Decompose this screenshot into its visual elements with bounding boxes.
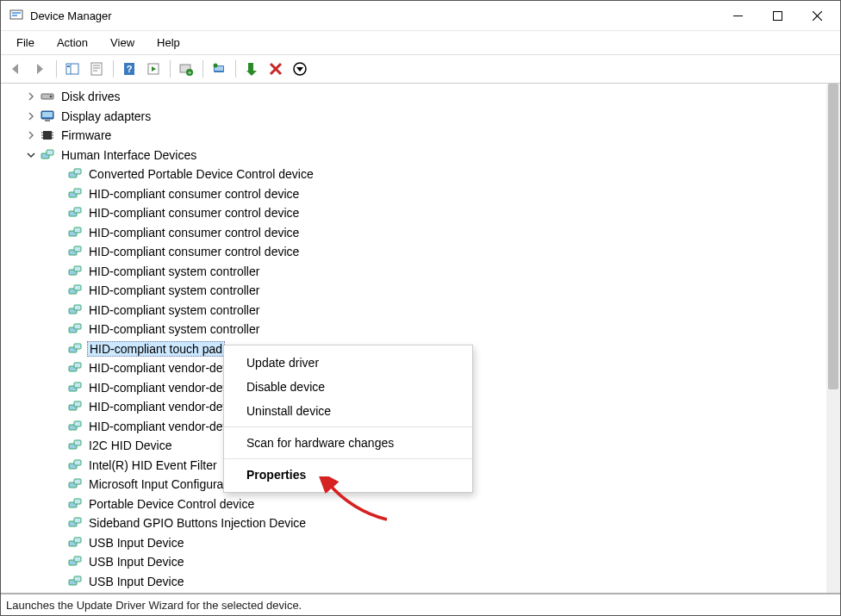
device-label: HID-compliant system controller — [87, 283, 261, 297]
expand-icon[interactable] — [25, 110, 37, 122]
device-item[interactable]: HID-compliant system controller — [6, 262, 826, 282]
category-label: Human Interface Devices — [59, 148, 198, 162]
properties-toolbar-button[interactable] — [85, 58, 108, 80]
hid-icon — [68, 167, 82, 181]
update-driver-button[interactable]: + — [175, 58, 197, 80]
enable-button[interactable] — [240, 58, 263, 80]
svg-rect-42 — [74, 169, 81, 174]
device-item[interactable]: USB Input Device — [6, 552, 826, 572]
context-menu: Update driver Disable device Uninstall d… — [223, 345, 473, 493]
back-button[interactable] — [4, 58, 27, 80]
ctx-uninstall-device[interactable]: Uninstall device — [224, 399, 472, 423]
menu-file[interactable]: File — [6, 34, 45, 52]
hid-icon — [68, 342, 82, 356]
ctx-separator — [224, 458, 472, 459]
device-item[interactable]: USB Input Device — [6, 572, 826, 592]
ctx-disable-device[interactable]: Disable device — [224, 375, 472, 399]
category-disk-drives[interactable]: Disk drives — [6, 87, 826, 107]
help-button[interactable]: ? — [118, 58, 140, 80]
device-label: HID-compliant system controller — [87, 303, 261, 317]
menu-action[interactable]: Action — [47, 34, 98, 52]
device-item[interactable]: HID-compliant system controller — [6, 301, 826, 320]
device-item[interactable]: HID-compliant consumer control device — [6, 223, 826, 243]
collapse-icon[interactable] — [25, 149, 37, 161]
hid-icon — [68, 187, 82, 201]
hid-icon — [68, 322, 82, 336]
device-label: Sideband GPIO Buttons Injection Device — [87, 516, 308, 530]
device-tree-container: Disk drives Display adapters Firmware Hu… — [1, 84, 840, 593]
vertical-scrollbar[interactable] — [826, 84, 840, 593]
show-hide-tree-button[interactable] — [61, 58, 84, 80]
svg-rect-4 — [773, 11, 782, 20]
menubar: File Action View Help — [1, 30, 840, 54]
svg-rect-10 — [91, 63, 102, 75]
ctx-update-driver[interactable]: Update driver — [224, 351, 472, 375]
device-label: HID-compliant consumer control device — [87, 245, 301, 258]
app-icon — [9, 9, 23, 22]
scan-button[interactable] — [208, 58, 230, 80]
category-firmware[interactable]: Firmware — [6, 126, 826, 146]
display-icon — [40, 109, 54, 123]
device-label: Intel(R) HID Event Filter — [87, 458, 219, 472]
svg-rect-48 — [74, 227, 81, 233]
toolbar-separator — [53, 59, 59, 79]
device-item[interactable]: HID-compliant consumer control device — [6, 203, 826, 223]
expand-icon[interactable] — [25, 90, 37, 103]
ctx-properties[interactable]: Properties — [224, 463, 472, 487]
hid-icon — [68, 283, 82, 297]
svg-rect-50 — [74, 246, 81, 252]
scrollbar-thumb[interactable] — [828, 84, 838, 389]
svg-rect-64 — [74, 383, 81, 388]
disable-button[interactable] — [289, 58, 311, 80]
svg-rect-60 — [74, 344, 81, 349]
expand-icon[interactable] — [25, 129, 37, 141]
svg-rect-74 — [74, 479, 81, 484]
svg-rect-9 — [67, 65, 70, 67]
device-item[interactable]: HID-compliant system controller — [6, 281, 826, 301]
hid-icon — [68, 381, 82, 395]
device-label: USB Input Device — [87, 555, 186, 569]
device-item[interactable]: Portable Device Control device — [6, 495, 826, 514]
svg-rect-1 — [12, 12, 21, 14]
action-button[interactable] — [142, 58, 165, 80]
uninstall-button[interactable] — [265, 58, 287, 80]
svg-rect-46 — [74, 208, 81, 213]
category-label: Firmware — [59, 128, 113, 142]
device-item[interactable]: HID-compliant consumer control device — [6, 184, 826, 204]
toolbar-separator — [233, 59, 238, 79]
hid-icon — [68, 536, 82, 550]
svg-text:+: + — [188, 69, 192, 77]
hid-icon — [68, 555, 82, 569]
svg-rect-31 — [45, 120, 50, 121]
hid-icon — [68, 226, 82, 240]
forward-button[interactable] — [28, 58, 51, 80]
maximize-button[interactable] — [757, 2, 797, 29]
device-item[interactable]: HID-compliant system controller — [6, 320, 826, 339]
category-label: Disk drives — [59, 90, 121, 103]
category-hid[interactable]: Human Interface Devices — [6, 146, 826, 165]
svg-rect-80 — [74, 538, 81, 543]
minimize-button[interactable] — [718, 2, 757, 29]
svg-rect-2 — [12, 15, 17, 16]
close-button[interactable] — [797, 2, 837, 29]
device-tree[interactable]: Disk drives Display adapters Firmware Hu… — [1, 84, 826, 593]
ctx-scan-hardware[interactable]: Scan for hardware changes — [224, 431, 472, 455]
device-label: HID-compliant touch pad — [87, 341, 225, 357]
device-item[interactable]: Converted Portable Device Control device — [6, 165, 826, 184]
svg-rect-30 — [42, 112, 53, 117]
hid-icon — [68, 420, 82, 433]
window-title: Device Manager — [30, 9, 112, 22]
device-label: HID-compliant system controller — [87, 264, 261, 278]
hid-icon — [68, 516, 82, 530]
device-item[interactable]: HID-compliant consumer control device — [6, 242, 826, 262]
svg-rect-54 — [74, 285, 81, 290]
device-label: HID-compliant system controller — [87, 322, 261, 336]
category-display-adapters[interactable]: Display adapters — [6, 107, 826, 127]
hid-icon — [68, 361, 82, 375]
svg-rect-70 — [74, 440, 81, 445]
hid-icon — [40, 148, 54, 162]
menu-help[interactable]: Help — [146, 34, 190, 52]
device-item[interactable]: Sideband GPIO Buttons Injection Device — [6, 513, 826, 533]
menu-view[interactable]: View — [100, 34, 145, 52]
device-item[interactable]: USB Input Device — [6, 533, 826, 553]
